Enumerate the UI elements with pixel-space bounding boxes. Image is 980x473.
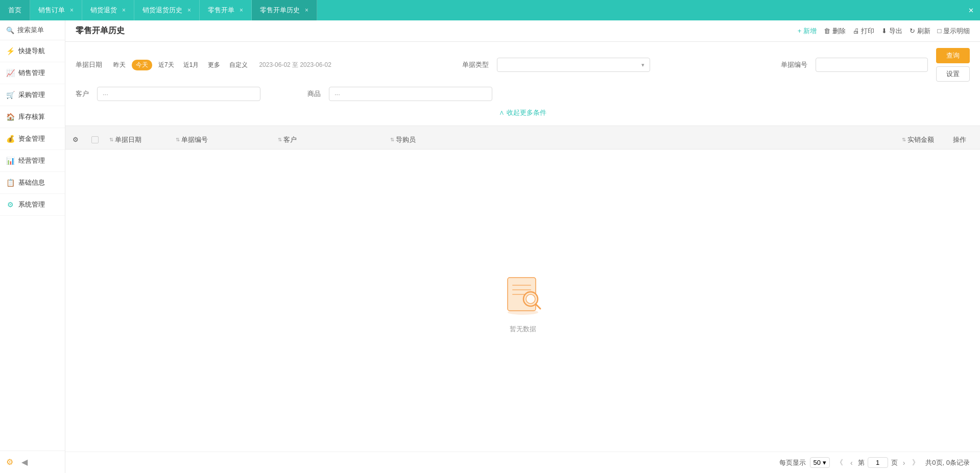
sidebar-bottom: ⚙ ◀ bbox=[0, 451, 65, 473]
total-info: 共0页, 0条记录 bbox=[925, 458, 970, 467]
type-select[interactable]: ▾ bbox=[497, 58, 650, 72]
filter-row-2: 客户 ··· 商品 ··· bbox=[76, 87, 970, 101]
tab-sales-return-history[interactable]: 销货退货历史 × bbox=[134, 0, 200, 20]
date-range: 2023-06-02 至 2023-06-02 bbox=[259, 61, 331, 69]
tab-home[interactable]: 首页 bbox=[0, 0, 30, 20]
pagination: 每页显示 50 ▾ 《 ‹ 第 页 › 》 共0页, 0条记录 bbox=[65, 452, 980, 473]
query-button[interactable]: 查询 bbox=[936, 48, 970, 63]
date-1month[interactable]: 近1月 bbox=[180, 60, 202, 70]
tab-sales-return[interactable]: 销货退货 × bbox=[82, 0, 134, 20]
sort-icon[interactable]: ⇅ bbox=[902, 137, 906, 142]
add-button[interactable]: + 新增 bbox=[798, 27, 817, 36]
svg-point-7 bbox=[526, 294, 535, 304]
window-close-button[interactable]: ✕ bbox=[968, 7, 974, 14]
quick-nav-icon: ⚡ bbox=[6, 47, 14, 55]
close-icon[interactable]: × bbox=[70, 7, 74, 14]
close-icon[interactable]: × bbox=[187, 7, 191, 14]
col-settings-icon[interactable]: ⚙ bbox=[65, 136, 86, 143]
sidebar-item-quick-nav[interactable]: ⚡ 快捷导航 bbox=[0, 40, 65, 62]
first-page-button[interactable]: 《 bbox=[834, 458, 845, 467]
collapse-label: ∧ 收起更多条件 bbox=[499, 108, 546, 117]
system-icon: ⚙ bbox=[6, 201, 14, 209]
close-icon[interactable]: × bbox=[305, 7, 308, 14]
prev-page-button[interactable]: ‹ bbox=[848, 459, 855, 467]
export-button[interactable]: ⬇ 导出 bbox=[881, 27, 902, 36]
col-date: ⇅ 单据日期 bbox=[104, 135, 171, 144]
num-label: 单据编号 bbox=[781, 60, 807, 69]
top-bar: 首页 销售订单 × 销货退货 × 销货退货历史 × 零售开单 × 零售开单历史 … bbox=[0, 0, 980, 20]
search-menu[interactable]: 🔍 搜索菜单 bbox=[0, 20, 65, 40]
date-label: 单据日期 bbox=[76, 60, 102, 69]
content-area: 零售开单历史 + 新增 🗑 删除 🖨 打印 ⬇ 导出 ↻ 刷新 □ 显示明细 单… bbox=[65, 20, 980, 473]
sort-icon[interactable]: ⇅ bbox=[278, 137, 282, 142]
refresh-button[interactable]: ↻ 刷新 bbox=[910, 27, 930, 36]
goods-select[interactable]: ··· bbox=[329, 87, 492, 101]
table-container: ⚙ ⇅ 单据日期 ⇅ 单据编号 ⇅ 客户 ⇅ 导购员 bbox=[65, 130, 980, 473]
sales-icon: 📈 bbox=[6, 69, 14, 77]
page-word: 第 bbox=[858, 458, 865, 467]
empty-text: 暂无数据 bbox=[510, 325, 536, 334]
collapse-more[interactable]: ∧ 收起更多条件 bbox=[76, 106, 970, 119]
display-detail-button[interactable]: □ 显示明细 bbox=[938, 27, 970, 36]
next-page-button[interactable]: › bbox=[901, 459, 907, 467]
sort-icon[interactable]: ⇅ bbox=[176, 137, 180, 142]
empty-state: 暂无数据 bbox=[65, 150, 980, 452]
goods-ellipsis: ··· bbox=[334, 90, 340, 98]
goods-label: 商品 bbox=[307, 89, 321, 98]
operations-icon: 📊 bbox=[6, 157, 14, 165]
per-page-select[interactable]: 50 ▾ bbox=[810, 457, 830, 468]
sidebar-item-operations[interactable]: 📊 经营管理 bbox=[0, 150, 65, 172]
num-input[interactable] bbox=[816, 58, 928, 72]
per-page-label: 每页显示 bbox=[779, 458, 806, 467]
search-icon: 🔍 bbox=[6, 27, 14, 34]
col-checkbox[interactable] bbox=[86, 136, 104, 143]
close-icon[interactable]: × bbox=[240, 7, 243, 14]
sidebar-collapse-icon[interactable]: ◀ bbox=[21, 457, 28, 467]
delete-button[interactable]: 🗑 删除 bbox=[824, 27, 846, 36]
main-layout: 🔍 搜索菜单 ⚡ 快捷导航 📈 销售管理 🛒 采购管理 🏠 库存核算 💰 资金管… bbox=[0, 20, 980, 473]
last-page-button[interactable]: 》 bbox=[910, 458, 921, 467]
settings-gear-icon[interactable]: ⚙ bbox=[6, 457, 13, 467]
empty-illustration bbox=[497, 267, 548, 318]
header-checkbox[interactable] bbox=[91, 136, 99, 143]
date-yesterday[interactable]: 昨天 bbox=[110, 60, 129, 70]
print-button[interactable]: 🖨 打印 bbox=[853, 27, 875, 36]
col-guide: ⇅ 导购员 bbox=[385, 135, 878, 144]
page-input[interactable] bbox=[868, 457, 888, 468]
sidebar-item-system[interactable]: ⚙ 系统管理 bbox=[0, 194, 65, 216]
date-today[interactable]: 今天 bbox=[132, 60, 152, 70]
filter-row-1: 单据日期 昨天 今天 近7天 近1月 更多 自定义 2023-06-02 至 2… bbox=[76, 48, 970, 82]
sidebar-item-basic-info[interactable]: 📋 基础信息 bbox=[0, 172, 65, 194]
tab-sales-order[interactable]: 销售订单 × bbox=[30, 0, 82, 20]
sort-icon[interactable]: ⇅ bbox=[390, 137, 394, 142]
top-bar-right: ✕ bbox=[962, 7, 980, 14]
tab-retail-order[interactable]: 零售开单 × bbox=[200, 0, 252, 20]
chevron-down-icon: ▾ bbox=[823, 459, 826, 466]
date-7days[interactable]: 近7天 bbox=[155, 60, 177, 70]
sidebar-item-purchase[interactable]: 🛒 采购管理 bbox=[0, 84, 65, 106]
inventory-icon: 🏠 bbox=[6, 113, 14, 121]
purchase-icon: 🛒 bbox=[6, 91, 14, 99]
page-header: 零售开单历史 + 新增 🗑 删除 🖨 打印 ⬇ 导出 ↻ 刷新 □ 显示明细 bbox=[65, 20, 980, 42]
customer-select[interactable]: ··· bbox=[97, 87, 260, 101]
sort-icon[interactable]: ⇅ bbox=[109, 137, 113, 142]
col-num: ⇅ 单据编号 bbox=[171, 135, 273, 144]
query-settings: 查询 设置 bbox=[936, 48, 970, 82]
date-more[interactable]: 更多 bbox=[205, 60, 223, 70]
table-header: ⚙ ⇅ 单据日期 ⇅ 单据编号 ⇅ 客户 ⇅ 导购员 bbox=[65, 130, 980, 150]
close-icon[interactable]: × bbox=[122, 7, 126, 14]
settings-button[interactable]: 设置 bbox=[936, 66, 970, 82]
sidebar-item-finance[interactable]: 💰 资金管理 bbox=[0, 128, 65, 150]
sidebar-item-inventory[interactable]: 🏠 库存核算 bbox=[0, 106, 65, 128]
col-amount: ⇅ 实销金额 bbox=[878, 135, 939, 144]
page-nav: 《 ‹ 第 页 › 》 bbox=[834, 457, 921, 468]
tab-retail-history[interactable]: 零售开单历史 × bbox=[252, 0, 317, 20]
date-options: 昨天 今天 近7天 近1月 更多 自定义 bbox=[110, 60, 251, 70]
type-label: 单据类型 bbox=[462, 60, 489, 69]
customer-ellipsis: ··· bbox=[103, 90, 108, 98]
basic-info-icon: 📋 bbox=[6, 179, 14, 187]
sidebar-item-sales[interactable]: 📈 销售管理 bbox=[0, 62, 65, 84]
chevron-down-icon: ▾ bbox=[641, 62, 644, 68]
finance-icon: 💰 bbox=[6, 135, 14, 143]
date-custom[interactable]: 自定义 bbox=[226, 60, 251, 70]
